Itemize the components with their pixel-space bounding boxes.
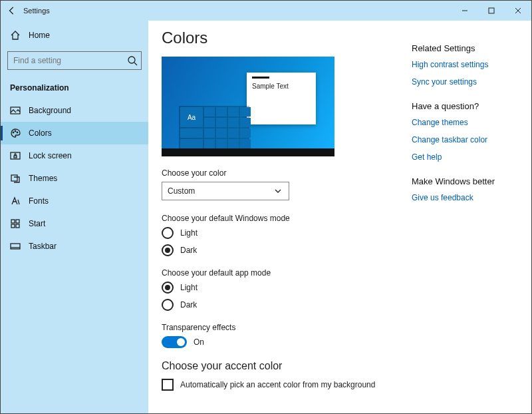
search-input[interactable] xyxy=(7,51,142,70)
auto-accent-checkbox-row[interactable]: Automatically pick an accent color from … xyxy=(162,379,398,391)
link-change-themes[interactable]: Change themes xyxy=(412,118,523,127)
preview-start-tiles: Aa xyxy=(179,106,249,148)
link-sync-settings[interactable]: Sync your settings xyxy=(412,77,523,87)
feedback-heading: Make Windows better xyxy=(412,176,523,186)
link-get-help[interactable]: Get help xyxy=(412,152,523,162)
section-label: Personalization xyxy=(1,79,148,99)
accent-heading: Choose your accent color xyxy=(162,360,398,372)
svg-rect-0 xyxy=(489,8,494,13)
svg-rect-11 xyxy=(11,224,15,228)
windows-mode-dark[interactable]: Dark xyxy=(162,244,398,256)
transparency-value: On xyxy=(194,337,204,347)
back-button[interactable] xyxy=(7,6,17,15)
sidebar-item-label: Background xyxy=(29,106,71,115)
sidebar-item-colors[interactable]: Colors xyxy=(1,122,148,144)
sidebar-item-background[interactable]: Background xyxy=(1,99,148,122)
choose-color-dropdown[interactable]: Custom xyxy=(162,182,289,200)
right-column: Related Settings High contrast settings … xyxy=(412,21,531,413)
radio-label: Light xyxy=(180,228,198,238)
sidebar-item-taskbar[interactable]: Taskbar xyxy=(1,235,148,258)
transparency-toggle[interactable] xyxy=(162,336,187,348)
close-button[interactable] xyxy=(505,1,531,21)
main: Colors Sample Text Aa xyxy=(148,21,531,413)
home-nav[interactable]: Home xyxy=(1,25,148,46)
preview-window: Sample Text xyxy=(247,73,316,124)
link-give-feedback[interactable]: Give us feedback xyxy=(412,193,523,202)
svg-rect-8 xyxy=(11,175,17,181)
checkbox-icon xyxy=(162,379,174,391)
preview-sample-text: Sample Text xyxy=(247,83,316,90)
svg-point-3 xyxy=(13,132,14,133)
sidebar-item-label: Lock screen xyxy=(29,151,72,160)
themes-icon xyxy=(10,173,21,184)
svg-rect-10 xyxy=(16,220,19,223)
svg-rect-13 xyxy=(11,244,20,249)
palette-icon xyxy=(10,128,21,138)
sidebar-item-fonts[interactable]: Fonts xyxy=(1,190,148,212)
window-title: Settings xyxy=(23,7,50,15)
radio-label: Light xyxy=(180,283,198,292)
choose-color-value: Custom xyxy=(168,186,195,196)
preview-taskbar xyxy=(162,148,334,156)
radio-icon xyxy=(162,244,174,256)
related-heading: Related Settings xyxy=(412,43,523,53)
search-icon xyxy=(127,55,138,66)
color-preview: Sample Text Aa xyxy=(162,57,334,156)
app-mode-dark[interactable]: Dark xyxy=(162,299,398,311)
sidebar: Home Personalization Background Colors L… xyxy=(1,21,148,413)
svg-point-1 xyxy=(128,57,135,63)
radio-icon xyxy=(162,282,174,294)
sidebar-item-label: Colors xyxy=(29,128,52,138)
radio-icon xyxy=(162,299,174,311)
lock-icon xyxy=(10,150,21,161)
svg-rect-9 xyxy=(11,220,15,223)
radio-label: Dark xyxy=(180,246,197,255)
svg-rect-12 xyxy=(16,224,19,228)
content: Colors Sample Text Aa xyxy=(148,21,412,413)
maximize-button[interactable] xyxy=(478,1,505,21)
svg-point-5 xyxy=(17,132,18,133)
svg-point-4 xyxy=(15,130,16,132)
radio-label: Dark xyxy=(180,300,197,310)
titlebar: Settings xyxy=(1,1,531,21)
auto-accent-label: Automatically pick an accent color from … xyxy=(180,380,375,389)
minimize-button[interactable] xyxy=(452,1,478,21)
page-title: Colors xyxy=(162,29,398,47)
link-high-contrast[interactable]: High contrast settings xyxy=(412,60,523,69)
search-wrap xyxy=(7,51,142,70)
sidebar-item-label: Taskbar xyxy=(29,242,57,251)
svg-rect-7 xyxy=(14,156,17,158)
windows-mode-label: Choose your default Windows mode xyxy=(162,214,398,223)
image-icon xyxy=(10,105,21,116)
sidebar-item-label: Themes xyxy=(29,174,57,183)
app-mode-label: Choose your default app mode xyxy=(162,268,398,278)
sidebar-item-label: Start xyxy=(29,219,45,228)
transparency-label: Transparency effects xyxy=(162,323,398,332)
taskbar-icon xyxy=(10,241,21,252)
start-icon xyxy=(10,218,21,229)
windows-mode-light[interactable]: Light xyxy=(162,227,398,239)
fonts-icon xyxy=(10,196,21,206)
app-mode-light[interactable]: Light xyxy=(162,282,398,294)
sidebar-item-label: Fonts xyxy=(29,196,49,206)
sidebar-item-start[interactable]: Start xyxy=(1,212,148,235)
question-heading: Have a question? xyxy=(412,101,523,111)
sidebar-item-lockscreen[interactable]: Lock screen xyxy=(1,144,148,167)
link-change-taskbar-color[interactable]: Change taskbar color xyxy=(412,135,523,144)
choose-color-label: Choose your color xyxy=(162,168,398,178)
settings-window: Settings Home P xyxy=(0,0,532,414)
home-icon xyxy=(10,30,21,41)
radio-icon xyxy=(162,227,174,239)
sidebar-item-themes[interactable]: Themes xyxy=(1,167,148,190)
chevron-down-icon xyxy=(273,186,283,196)
home-label: Home xyxy=(29,31,50,40)
